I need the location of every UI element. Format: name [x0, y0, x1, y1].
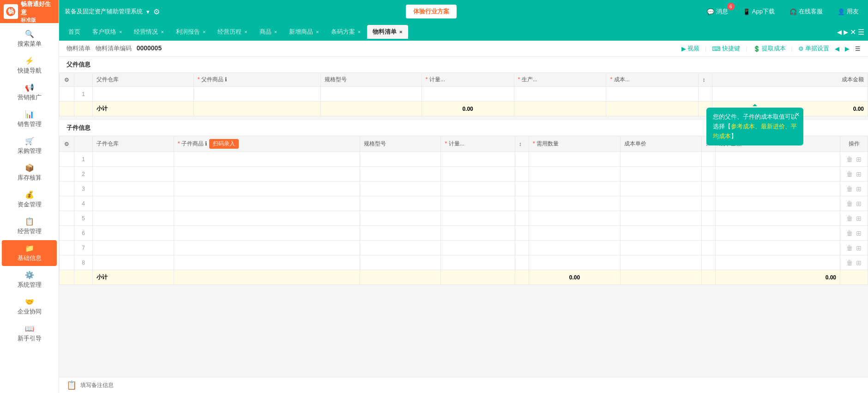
sidebar-item-collab[interactable]: 🤝 企业协同: [2, 294, 57, 320]
child-row5-cost-price[interactable]: [621, 211, 702, 226]
child-row5-qty[interactable]: [529, 211, 620, 226]
trial-button[interactable]: 体验行业方案: [406, 5, 457, 18]
child-row8-warehouse[interactable]: [93, 255, 174, 270]
tab-goods[interactable]: 商品 ×: [254, 25, 283, 39]
child-row1-warehouse[interactable]: [93, 152, 174, 167]
sidebar-item-inventory[interactable]: 📦 库存核算: [2, 160, 57, 186]
child-row6-cost-price[interactable]: [621, 226, 702, 241]
child-row3-cost-price[interactable]: [621, 181, 702, 196]
child-row7-product[interactable]: [174, 241, 360, 255]
child-row8-qty[interactable]: [529, 255, 620, 270]
parent-row1-product[interactable]: [193, 87, 320, 102]
child-row6-unit[interactable]: [441, 226, 515, 241]
tab-bom[interactable]: 物料清单 ×: [367, 25, 408, 39]
tab-home[interactable]: 首页: [63, 25, 86, 39]
parent-col-settings[interactable]: ⚙: [60, 73, 74, 87]
sidebar-item-marketing[interactable]: 📢 营销推广: [2, 79, 57, 105]
tab-barcode-close[interactable]: ×: [358, 30, 361, 35]
child-row3-spec[interactable]: [360, 181, 441, 196]
view-action[interactable]: ▶ 视频: [681, 44, 699, 53]
sidebar-item-finance[interactable]: 💰 资金管理: [2, 187, 57, 212]
child-row2-cost-price[interactable]: [621, 167, 702, 181]
delete-icon-6[interactable]: 🗑: [846, 230, 853, 237]
tab-prev-btn[interactable]: ◀: [837, 29, 842, 36]
child-row3-qty[interactable]: [529, 181, 620, 196]
parent-row1-cost[interactable]: [606, 87, 699, 102]
child-row5-warehouse[interactable]: [93, 211, 174, 226]
child-row2-spec[interactable]: [360, 167, 441, 181]
child-row4-unit[interactable]: [441, 196, 515, 211]
tab-history-close[interactable]: ×: [244, 30, 247, 35]
tab-new-goods[interactable]: 新增商品 ×: [283, 25, 324, 39]
child-row8-product[interactable]: [174, 255, 360, 270]
parent-row1-spec[interactable]: [320, 87, 422, 102]
copy-icon-8[interactable]: ⊞: [856, 259, 862, 266]
child-row2-warehouse[interactable]: [93, 167, 174, 181]
child-row8-action[interactable]: 🗑 ⊞: [840, 255, 868, 270]
child-row8-cost-price[interactable]: [621, 255, 702, 270]
single-setting-action[interactable]: ⚙ 单据设置: [798, 44, 829, 53]
child-row1-action[interactable]: 🗑 ⊞: [840, 152, 868, 167]
child-row6-product[interactable]: [174, 226, 360, 241]
copy-icon-3[interactable]: ⊞: [856, 185, 862, 193]
tab-operation-close[interactable]: ×: [161, 30, 163, 35]
child-row4-action[interactable]: 🗑 ⊞: [840, 196, 868, 211]
child-row1-unit[interactable]: [441, 152, 515, 167]
breadcrumb-part1[interactable]: 物料清单: [66, 45, 90, 52]
tab-bom-close[interactable]: ×: [399, 30, 402, 35]
child-row2-action[interactable]: 🗑 ⊞: [840, 167, 868, 181]
delete-icon-2[interactable]: 🗑: [846, 170, 853, 178]
sidebar-item-system[interactable]: ⚙️ 系统管理: [2, 267, 57, 293]
delete-icon-3[interactable]: 🗑: [846, 185, 853, 193]
tab-menu-btn[interactable]: ☰: [858, 28, 864, 36]
tab-close-all-btn[interactable]: ✕: [850, 28, 856, 36]
parent-row1-unit[interactable]: [422, 87, 514, 102]
child-row4-product[interactable]: [174, 196, 360, 211]
child-row6-warehouse[interactable]: [93, 226, 174, 241]
sidebar-item-sales[interactable]: 📊 销售管理: [2, 106, 57, 132]
child-row1-qty[interactable]: [529, 152, 620, 167]
cost-action[interactable]: 💲 提取成本: [753, 44, 786, 53]
scan-button[interactable]: 扫码录入: [209, 139, 239, 149]
shortcut-action[interactable]: ⌨ 快捷键: [712, 44, 740, 53]
copy-icon-4[interactable]: ⊞: [856, 200, 862, 207]
copy-icon-5[interactable]: ⊞: [856, 215, 862, 222]
app-download-button[interactable]: 📱 App下载: [739, 6, 778, 18]
child-row4-qty[interactable]: [529, 196, 620, 211]
child-row3-warehouse[interactable]: [93, 181, 174, 196]
child-row8-unit[interactable]: [441, 255, 515, 270]
tab-barcode[interactable]: 条码方案 ×: [326, 25, 366, 39]
parent-row1-warehouse[interactable]: [93, 87, 194, 102]
sidebar-item-ops[interactable]: 📋 经营管理: [2, 213, 57, 239]
tab-customer-close[interactable]: ×: [119, 30, 122, 35]
child-row1-spec[interactable]: [360, 152, 441, 167]
sidebar-item-purchase[interactable]: 🛒 采购管理: [2, 133, 57, 159]
tab-next-btn[interactable]: ▶: [844, 29, 848, 36]
tooltip-close[interactable]: ✕: [795, 110, 800, 119]
child-row7-qty[interactable]: [529, 241, 620, 255]
child-row4-spec[interactable]: [360, 196, 441, 211]
child-row4-warehouse[interactable]: [93, 196, 174, 211]
header-menu-icon[interactable]: ☰: [855, 45, 861, 52]
delete-icon-7[interactable]: 🗑: [846, 244, 853, 252]
child-row7-warehouse[interactable]: [93, 241, 174, 255]
tab-customer[interactable]: 客户联络 ×: [87, 25, 127, 39]
scroll-area[interactable]: 父件信息 ⚙ 父件仓库 * 父件商品 ℹ 规格型号 * 计量... * 生产..…: [59, 57, 868, 377]
child-row8-spec[interactable]: [360, 255, 441, 270]
tab-profit[interactable]: 利润报告 ×: [170, 25, 211, 39]
header-nav-next[interactable]: ▶: [845, 45, 850, 52]
tab-new-goods-close[interactable]: ×: [316, 30, 319, 35]
sidebar-item-basic[interactable]: 📁 基础信息: [2, 240, 57, 266]
child-row3-product[interactable]: [174, 181, 360, 196]
online-service-button[interactable]: 🎧 在线客服: [786, 6, 826, 18]
child-row7-unit[interactable]: [441, 241, 515, 255]
child-row1-product[interactable]: [174, 152, 360, 167]
child-col-settings[interactable]: ⚙: [60, 136, 74, 152]
sidebar-item-search[interactable]: 🔍 搜索菜单: [2, 26, 57, 52]
child-row7-action[interactable]: 🗑 ⊞: [840, 241, 868, 255]
tab-operation[interactable]: 经营情况 ×: [128, 25, 169, 39]
sidebar-item-guide[interactable]: 📖 新手引导: [2, 320, 57, 346]
tab-history[interactable]: 经营历程 ×: [212, 25, 253, 39]
child-row3-action[interactable]: 🗑 ⊞: [840, 181, 868, 196]
child-row2-qty[interactable]: [529, 167, 620, 181]
